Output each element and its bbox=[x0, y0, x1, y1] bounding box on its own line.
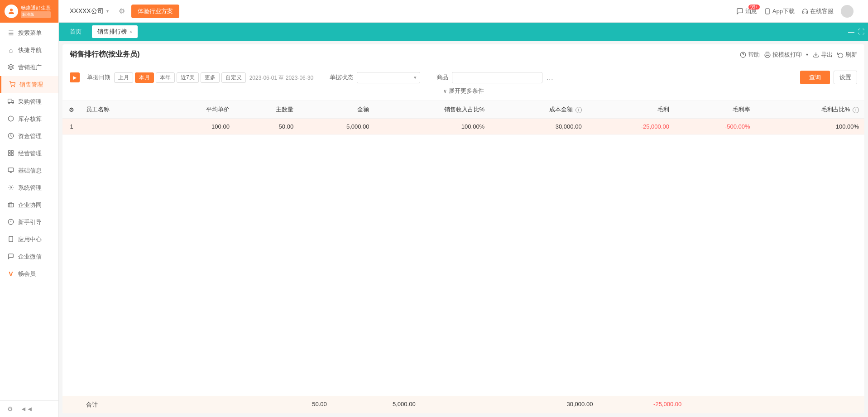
row-qty: 50.00 bbox=[235, 119, 299, 135]
sidebar-item-app[interactable]: 应用中心 bbox=[0, 231, 58, 248]
cart-icon bbox=[9, 81, 16, 89]
sidebar-item-sales[interactable]: 销售管理 bbox=[0, 76, 58, 93]
message-btn[interactable]: 消息 99+ bbox=[736, 7, 757, 15]
refresh-label: 刷新 bbox=[845, 51, 857, 59]
tab-home[interactable]: 首页 bbox=[62, 23, 89, 41]
sidebar-item-inventory[interactable]: 库存核算 bbox=[0, 110, 58, 128]
data-table: ⚙ 员工名称 平均单价 主数量 全额 销售收入占比% 成本全额 i 毛利 bbox=[62, 101, 864, 135]
sidebar-item-operations[interactable]: 经营管理 bbox=[0, 145, 58, 162]
filter-collapse-icon[interactable]: ▶ bbox=[70, 72, 80, 82]
svg-point-1 bbox=[11, 86, 12, 86]
company-settings-icon[interactable]: ⚙ bbox=[119, 7, 125, 15]
service-label: 在线客服 bbox=[810, 7, 834, 15]
sidebar-item-quick-nav[interactable]: ⌂ 快捷导航 bbox=[0, 42, 58, 59]
export-label: 导出 bbox=[821, 51, 833, 59]
date-btn-last-month[interactable]: 上月 bbox=[114, 72, 133, 83]
row-name bbox=[81, 119, 158, 135]
col-profit: 毛利 bbox=[587, 101, 675, 119]
tab-minimize-icon[interactable]: — bbox=[848, 28, 854, 35]
table-body: 1 100.00 50.00 5,000.00 100.00% 30,000.0… bbox=[62, 119, 864, 135]
trial-button[interactable]: 体验行业方案 bbox=[131, 5, 179, 18]
status-select[interactable] bbox=[357, 72, 420, 83]
cost-info-icon[interactable]: i bbox=[575, 107, 582, 113]
sidebar-collapse-icon[interactable]: ◄◄ bbox=[20, 405, 33, 412]
inventory-icon bbox=[7, 115, 14, 123]
sidebar-item-basic[interactable]: 基础信息 bbox=[0, 162, 58, 179]
col-avg-price: 平均单价 bbox=[158, 101, 235, 119]
sidebar-item-search-order[interactable]: ☰ 搜索菜单 bbox=[0, 24, 58, 42]
sidebar-item-label: 基础信息 bbox=[18, 167, 42, 175]
page-actions: 帮助 按模板打印 ▾ 导出 刷新 bbox=[740, 51, 857, 59]
sidebar-item-marketing[interactable]: 营销推广 bbox=[0, 59, 58, 76]
export-button[interactable]: 导出 bbox=[813, 51, 833, 59]
sidebar-item-label: 搜索菜单 bbox=[18, 29, 42, 37]
app-download-btn[interactable]: App下载 bbox=[764, 7, 795, 15]
settings-button[interactable]: 设置 bbox=[834, 71, 857, 84]
expand-more-btn[interactable]: ∨ 展开更多条件 bbox=[70, 84, 857, 95]
tab-maximize-icon[interactable]: ⛶ bbox=[858, 28, 864, 35]
service-btn[interactable]: 在线客服 bbox=[802, 7, 834, 15]
cost-label: 成本全额 bbox=[549, 106, 573, 113]
expand-label: 展开更多条件 bbox=[449, 87, 484, 95]
col-profit-rate: 毛利率 bbox=[675, 101, 756, 119]
app-label: App下载 bbox=[772, 7, 795, 15]
goods-more-icon[interactable]: … bbox=[546, 73, 553, 81]
sidebar-item-label: 经营管理 bbox=[18, 149, 42, 158]
svg-rect-12 bbox=[8, 168, 14, 171]
refresh-button[interactable]: 刷新 bbox=[837, 51, 857, 59]
sidebar-item-guide[interactable]: 新手引导 bbox=[0, 214, 58, 231]
sidebar-bottom: ⚙ ◄◄ bbox=[0, 400, 58, 417]
tab-label: 销售排行榜 bbox=[97, 28, 127, 36]
company-selector[interactable]: XXXXX公司 ▾ bbox=[66, 5, 112, 17]
tab-sales-ranking[interactable]: 销售排行榜 × bbox=[92, 25, 138, 38]
sidebar-settings-icon[interactable]: ⚙ bbox=[7, 405, 13, 412]
logo-text: 畅康通好生意 标准版 bbox=[21, 5, 51, 18]
footer-label-cell: 合计 bbox=[68, 401, 149, 409]
goods-input[interactable] bbox=[452, 72, 542, 83]
user-avatar[interactable] bbox=[841, 5, 854, 18]
sidebar-item-system[interactable]: 系统管理 bbox=[0, 179, 58, 197]
sidebar-item-wechat[interactable]: 企业微信 bbox=[0, 248, 58, 265]
date-btn-7days[interactable]: 近7天 bbox=[177, 72, 199, 83]
tab-close-icon[interactable]: × bbox=[129, 29, 132, 34]
sidebar-nav: ☰ 搜索菜单 ⌂ 快捷导航 营销推广 销售管理 采购管理 bbox=[0, 23, 58, 400]
sidebar-item-member[interactable]: V 畅会员 bbox=[0, 265, 58, 283]
svg-rect-9 bbox=[11, 150, 13, 152]
marketing-icon bbox=[7, 64, 14, 72]
operations-icon bbox=[7, 150, 14, 158]
app-icon bbox=[7, 236, 14, 244]
col-settings[interactable]: ⚙ bbox=[62, 101, 81, 119]
svg-rect-11 bbox=[9, 153, 10, 155]
row-profit: -25,000.00 bbox=[587, 119, 675, 135]
date-btn-more[interactable]: 更多 bbox=[201, 72, 220, 83]
help-button[interactable]: 帮助 bbox=[740, 51, 760, 59]
guide-icon bbox=[7, 219, 14, 226]
purchase-icon bbox=[7, 98, 14, 106]
expand-chevron-icon: ∨ bbox=[443, 88, 447, 94]
date-btn-this-month[interactable]: 本月 bbox=[135, 72, 154, 83]
table-footer: 合计 50.00 5,000.00 30,000.00 -25,000.00 bbox=[62, 396, 864, 413]
sidebar-item-label: 畅会员 bbox=[18, 270, 36, 278]
status-label: 单据状态 bbox=[330, 73, 353, 81]
sidebar-item-label: 应用中心 bbox=[18, 235, 42, 244]
print-button[interactable]: 按模板打印 ▾ bbox=[764, 51, 808, 59]
profit-pct-info-icon[interactable]: i bbox=[853, 107, 859, 113]
data-table-area: ⚙ 员工名称 平均单价 主数量 全额 销售收入占比% 成本全额 i 毛利 bbox=[62, 101, 864, 396]
svg-rect-3 bbox=[8, 99, 12, 102]
sidebar-item-purchase[interactable]: 采购管理 bbox=[0, 93, 58, 110]
date-btn-custom[interactable]: 自定义 bbox=[221, 72, 246, 83]
footer-profit-rate bbox=[681, 401, 770, 409]
svg-point-6 bbox=[12, 102, 13, 104]
sidebar-item-label: 企业微信 bbox=[18, 253, 42, 261]
sidebar-item-label: 快捷导航 bbox=[18, 46, 42, 54]
message-badge: 99+ bbox=[748, 5, 760, 10]
footer-profit: -25,000.00 bbox=[593, 401, 681, 409]
footer-cost: 30,000.00 bbox=[504, 401, 593, 409]
col-cost: 成本全额 i bbox=[490, 101, 587, 119]
sidebar-item-enterprise[interactable]: 企业协同 bbox=[0, 197, 58, 214]
page-inner: 销售排行榜(按业务员) 帮助 按模板打印 ▾ 导出 bbox=[62, 44, 864, 413]
row-profit-pct: 100.00% bbox=[756, 119, 864, 135]
query-button[interactable]: 查询 bbox=[800, 71, 830, 84]
sidebar-item-finance[interactable]: 资金管理 bbox=[0, 128, 58, 145]
date-btn-this-year[interactable]: 本年 bbox=[156, 72, 175, 83]
